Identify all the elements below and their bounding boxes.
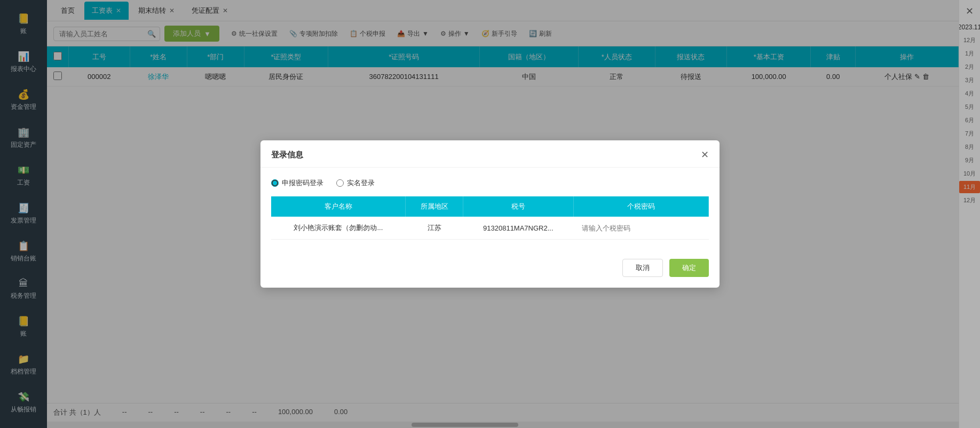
radio-password[interactable]: 申报密码登录 — [271, 178, 323, 188]
radio-realname-input[interactable] — [336, 179, 344, 187]
modal-cell-region: 江苏 — [406, 217, 463, 240]
radio-group: 申报密码登录 实名登录 — [271, 178, 709, 188]
modal-header: 登录信息 ✕ — [260, 140, 720, 168]
login-modal: 登录信息 ✕ 申报密码登录 实名登录 — [260, 140, 720, 288]
modal-col-password: 个税密码 — [573, 196, 708, 217]
radio-password-input[interactable] — [271, 179, 279, 187]
modal-title: 登录信息 — [271, 150, 303, 160]
modal-footer: 取消 确定 — [260, 250, 720, 288]
modal-col-region: 所属地区 — [406, 196, 463, 217]
radio-password-label: 申报密码登录 — [282, 178, 323, 188]
modal-cell-tax: 91320811MA7NGR2... — [463, 217, 573, 240]
modal-close-button[interactable]: ✕ — [701, 149, 709, 161]
confirm-button[interactable]: 确定 — [669, 259, 709, 277]
modal-body: 申报密码登录 实名登录 客户名称 所属地区 税号 个税密码 — [260, 168, 720, 250]
radio-realname[interactable]: 实名登录 — [336, 178, 375, 188]
modal-cell-client: 刘小艳演示账套（勿删勿动... — [271, 217, 406, 240]
radio-realname-label: 实名登录 — [347, 178, 375, 188]
tax-password-input[interactable] — [582, 224, 700, 232]
cancel-button[interactable]: 取消 — [622, 259, 663, 277]
modal-col-client: 客户名称 — [271, 196, 406, 217]
modal-overlay: 登录信息 ✕ 申报密码登录 实名登录 — [0, 0, 980, 428]
modal-col-tax: 税号 — [463, 196, 573, 217]
modal-table-row: 刘小艳演示账套（勿删勿动... 江苏 91320811MA7NGR2... — [271, 217, 709, 240]
modal-table: 客户名称 所属地区 税号 个税密码 刘小艳演示账套（勿删勿动... 江苏 913… — [271, 196, 709, 240]
modal-cell-password[interactable] — [573, 217, 708, 240]
